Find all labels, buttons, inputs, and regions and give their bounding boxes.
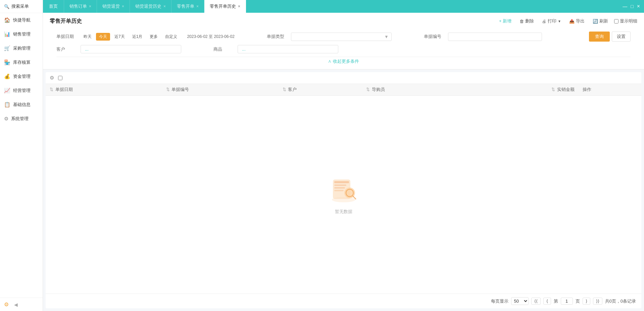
minimize-btn[interactable]: —: [623, 4, 627, 9]
tab-retail-history-label: 零售开单历史: [210, 3, 236, 9]
sidebar-item-label: 库存核算: [13, 59, 31, 65]
sidebar-item-operations[interactable]: 📈 经营管理: [0, 84, 43, 98]
last-page-btn[interactable]: ⟩⟩: [593, 298, 602, 305]
display-detail-toggle[interactable]: 显示明细: [614, 18, 637, 24]
doc-type-select[interactable]: ▼: [291, 33, 392, 41]
tab-sales-order[interactable]: 销售订单 ×: [64, 0, 97, 13]
refresh-button[interactable]: 🔄 刷新: [591, 17, 610, 25]
add-button[interactable]: + 新增: [497, 17, 513, 25]
page-header: 零售开单历史 + 新增 🗑 删除 🖨 打印 ▼ 📤 导出: [43, 13, 644, 69]
date-btn-last7[interactable]: 近7天: [111, 33, 128, 41]
sidebar-item-quick-nav[interactable]: 🏠 快捷导航: [0, 13, 43, 27]
collapse-filter-bar[interactable]: ∧ 收起更多条件: [56, 57, 631, 66]
date-btn-last-month[interactable]: 近1月: [129, 33, 146, 41]
toolbar: + 新增 🗑 删除 🖨 打印 ▼ 📤 导出 🔄: [497, 17, 637, 25]
collapse-label: ∧ 收起更多条件: [328, 59, 359, 64]
page-title: 零售开单历史: [50, 18, 82, 25]
page-number-input[interactable]: [561, 298, 573, 305]
sidebar-item-finance[interactable]: 💰 资金管理: [0, 69, 43, 84]
delete-icon: 🗑: [519, 19, 524, 24]
date-btn-today[interactable]: 今天: [96, 33, 110, 41]
doc-number-input[interactable]: [448, 33, 542, 41]
select-all-checkbox[interactable]: [58, 76, 62, 80]
tab-sales-order-label: 销售订单: [69, 3, 87, 9]
sort-icon[interactable]: ⇅: [366, 87, 370, 92]
sidebar-item-system[interactable]: ⚙ 系统管理: [0, 112, 43, 126]
doc-number-label: 单据编号: [424, 34, 443, 40]
display-detail-checkbox[interactable]: [614, 19, 618, 23]
collapse-sidebar-icon[interactable]: ◀: [14, 302, 18, 307]
pagination: 每页显示 50 10 20 100 ⟨⟨ ⟨ 第 页 ⟩ ⟩⟩ 共0页，0条记录: [46, 294, 641, 308]
empty-icon: [327, 174, 360, 205]
delete-button[interactable]: 🗑 删除: [517, 17, 536, 25]
close-window-btn[interactable]: ×: [637, 3, 640, 9]
page-label-pre: 第: [554, 298, 558, 304]
sidebar-item-basic-info[interactable]: 📋 基础信息: [0, 98, 43, 112]
sidebar-item-sales-mgmt[interactable]: 📊 销售管理: [0, 27, 43, 41]
sidebar-item-inventory[interactable]: 🏪 库存核算: [0, 55, 43, 69]
product-select[interactable]: ...: [238, 45, 338, 53]
tabbar: 首页 销售订单 × 销货退货 × 销货退货历史 × 零售开单 × 零售开单历史 …: [43, 0, 644, 13]
page-size-label: 每页显示: [491, 298, 508, 304]
date-range-display: 2023-06-02 至 2023-06-02: [187, 34, 234, 40]
table-settings-icon[interactable]: ⚙: [50, 75, 54, 81]
search-icon: 🔍: [4, 4, 9, 9]
tab-sales-return[interactable]: 销货退货 ×: [97, 0, 130, 13]
maximize-btn[interactable]: □: [631, 4, 633, 9]
date-btn-custom[interactable]: 自定义: [162, 33, 180, 41]
sidebar-footer: ⚙ ◀: [0, 298, 43, 311]
sort-icon[interactable]: ⇅: [50, 87, 53, 92]
close-tab-sales-return-history[interactable]: ×: [163, 4, 166, 9]
doc-type-dropdown-icon: ▼: [384, 34, 389, 39]
next-page-btn[interactable]: ⟩: [583, 298, 590, 305]
setting-button[interactable]: 设置: [612, 32, 631, 42]
close-tab-retail-open[interactable]: ×: [196, 4, 199, 9]
print-dropdown-icon: ▼: [558, 19, 561, 23]
settings-icon[interactable]: ⚙: [4, 301, 9, 308]
sidebar-item-label: 采购管理: [13, 45, 31, 51]
filter-row-2: 客户 ... 商品 ...: [56, 45, 631, 53]
close-tab-sales-return[interactable]: ×: [122, 4, 124, 9]
print-button[interactable]: 🖨 打印 ▼: [540, 17, 563, 25]
table-area: ⚙ ⇅ 单据日期 ⇅ 单据编号 ⇅: [46, 72, 641, 308]
sort-icon[interactable]: ⇅: [166, 87, 170, 92]
tab-home[interactable]: 首页: [43, 0, 64, 13]
sidebar: 🔍 搜索采单 🏠 快捷导航 📊 销售管理 🛒 采购管理 🏪 库存核算 💰 资金管…: [0, 0, 43, 311]
sort-icon[interactable]: ⇅: [283, 87, 286, 92]
sidebar-item-purchase-mgmt[interactable]: 🛒 采购管理: [0, 41, 43, 55]
product-ellipsis[interactable]: ...: [241, 47, 247, 52]
operations-icon: 📈: [4, 88, 10, 94]
sidebar-search[interactable]: 🔍 搜索采单: [0, 0, 43, 13]
date-btn-yesterday[interactable]: 昨天: [81, 33, 95, 41]
purchase-icon: 🛒: [4, 45, 10, 51]
svg-rect-5: [334, 190, 344, 191]
sidebar-item-label: 销售管理: [13, 31, 31, 37]
tab-sales-return-history[interactable]: 销货退货历史 ×: [130, 0, 171, 13]
export-button[interactable]: 📤 导出: [567, 17, 587, 25]
tab-retail-history[interactable]: 零售开单历史 ×: [204, 0, 246, 13]
page-size-select[interactable]: 50 10 20 100: [511, 297, 529, 305]
customer-ellipsis[interactable]: ...: [84, 47, 90, 52]
sales-icon: 📊: [4, 31, 10, 37]
finance-icon: 💰: [4, 73, 10, 80]
sort-icon[interactable]: ⇅: [551, 87, 555, 92]
page-label-post: 页: [576, 298, 580, 304]
first-page-btn[interactable]: ⟨⟨: [531, 298, 541, 305]
sidebar-item-label: 快捷导航: [13, 17, 31, 23]
doc-type-label: 单据类型: [267, 34, 286, 40]
product-filter-label: 商品: [213, 46, 232, 52]
th-amount: ⇅ 实销金额: [462, 84, 579, 96]
customer-select[interactable]: ...: [81, 45, 181, 53]
data-table: ⇅ 单据日期 ⇅ 单据编号 ⇅ 客户 ⇅ 导购员: [46, 84, 641, 96]
close-tab-retail-history[interactable]: ×: [238, 4, 240, 9]
prev-page-btn[interactable]: ⟨: [543, 298, 551, 305]
content-area: 零售开单历史 + 新增 🗑 删除 🖨 打印 ▼ 📤 导出: [43, 13, 644, 311]
query-button[interactable]: 查询: [589, 32, 610, 42]
basic-info-icon: 📋: [4, 102, 10, 108]
date-btn-more[interactable]: 更多: [147, 33, 161, 41]
tab-retail-open[interactable]: 零售开单 ×: [171, 0, 204, 13]
filter-area: 单据日期 昨天 今天 近7天 近1月 更多 自定义 2023-06-02 至 2…: [50, 28, 637, 69]
export-icon: 📤: [569, 19, 575, 24]
date-buttons: 昨天 今天 近7天 近1月 更多 自定义: [81, 33, 180, 41]
close-tab-sales-order[interactable]: ×: [89, 4, 91, 9]
